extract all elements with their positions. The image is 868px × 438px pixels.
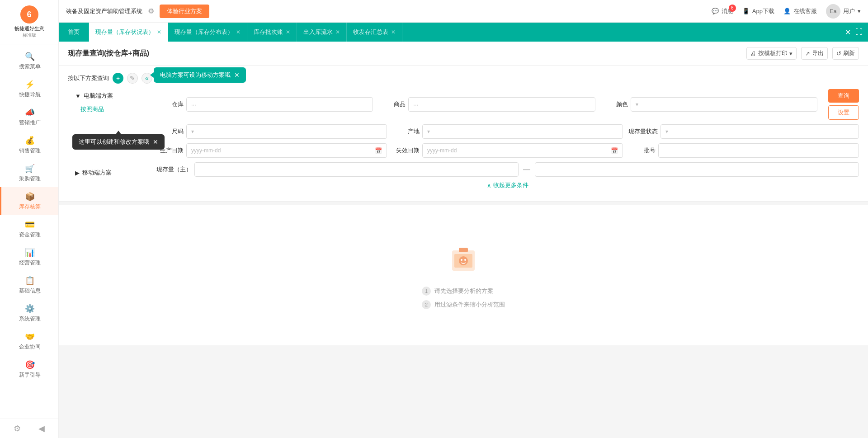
tab-expand-icon[interactable]: ⛶ (855, 28, 863, 36)
calendar-icon-1[interactable]: 📅 (375, 147, 382, 154)
tab-inventory-status[interactable]: 现存量（库存状况表） ✕ (89, 23, 168, 42)
marketing-icon: 📣 (25, 108, 35, 118)
sidebar-item-system[interactable]: ⚙️ 系统管理 (0, 299, 58, 327)
edit-tooltip-close[interactable]: ✕ (153, 138, 158, 146)
chevron-up-icon: ∧ (487, 182, 491, 189)
batch-no-label: 批号 (628, 146, 656, 155)
quick-nav-icon: ⚡ (25, 80, 35, 89)
filter-area: 按以下方案查询 + ✎ « 电脑方案可设为移动方案哦 ✕ ▼ 电脑端方案 (59, 66, 868, 202)
edit-scheme-button[interactable]: ✎ (127, 73, 138, 84)
scheme-mobile-header[interactable]: ▶ 移动端方案 (68, 166, 143, 179)
message-group[interactable]: 💬 消息 6 (712, 7, 733, 15)
sidebar-item-enterprise[interactable]: 🤝 企业协同 (0, 327, 58, 355)
sidebar-item-guide[interactable]: 🎯 新手引导 (0, 355, 58, 383)
tab-collect-summary[interactable]: 收发存汇总表 ✕ (347, 23, 402, 42)
tab-inout-flow[interactable]: 出入库流水 ✕ (297, 23, 347, 42)
step-1-num: 1 (422, 287, 431, 296)
tabs-right-controls: ✕ ⛶ (840, 23, 868, 42)
color-input[interactable]: ▾ (631, 97, 817, 112)
sidebar-item-finance[interactable]: 💳 资金管理 (0, 215, 58, 243)
sidebar-item-quick-nav[interactable]: ⚡ 快捷导航 (0, 75, 58, 103)
export-label: 导出 (812, 49, 824, 57)
expiry-date-input[interactable]: yyyy-mm-dd 📅 (422, 143, 623, 158)
scheme-mobile-section: ▶ 移动端方案 (68, 166, 143, 179)
tab-inventory-status-close[interactable]: ✕ (157, 29, 161, 35)
stock-main-input-to[interactable] (535, 162, 859, 177)
filter-label: 按以下方案查询 (68, 74, 109, 82)
app-download-group[interactable]: 📱 App下载 (742, 7, 774, 15)
query-button[interactable]: 查询 (828, 89, 859, 103)
print-button[interactable]: 🖨 按模板打印 ▾ (746, 47, 797, 60)
tab-inventory-batch-close[interactable]: ✕ (286, 29, 290, 35)
stock-main-to-field[interactable] (535, 163, 859, 176)
gear-icon[interactable]: ⚙ (148, 7, 154, 15)
print-icon: 🖨 (750, 50, 756, 57)
sidebar-collapse-btn[interactable]: ◀ (38, 424, 45, 433)
tab-inventory-dist-close[interactable]: ✕ (236, 29, 241, 35)
warehouse-dots: ··· (191, 101, 196, 108)
batch-no-text-field[interactable] (659, 144, 859, 157)
filter-fields: 仓库 ··· 商品 ··· 颜色 (156, 89, 859, 194)
app-name: 畅捷通好生意 (14, 25, 44, 32)
sidebar-item-label: 快捷导航 (19, 91, 41, 99)
calendar-icon-2[interactable]: 📅 (611, 147, 618, 154)
sales-icon: 💰 (25, 136, 35, 146)
production-date-input[interactable]: yyyy-mm-dd 📅 (186, 143, 387, 158)
sidebar-item-inventory[interactable]: 📦 库存核算 (0, 187, 58, 215)
color-field: 颜色 ▾ (601, 97, 817, 112)
sidebar-item-purchase[interactable]: 🛒 采购管理 (0, 159, 58, 187)
sidebar-item-label: 经营管理 (19, 259, 41, 267)
operations-icon: 📊 (25, 248, 35, 258)
reset-button[interactable]: 设置 (828, 105, 859, 120)
sidebar-item-basic[interactable]: 📋 基础信息 (0, 271, 58, 299)
warehouse-input[interactable]: ··· (186, 97, 373, 112)
export-button[interactable]: ↗ 导出 (801, 47, 828, 60)
color-dropdown: ▾ (636, 101, 638, 108)
scheme-pc-label: 电脑端方案 (84, 92, 113, 100)
scheme-tooltip-close[interactable]: ✕ (234, 71, 240, 79)
batch-no-input[interactable] (658, 143, 859, 158)
user-label: 用户 (843, 7, 855, 15)
sidebar-item-search-menu[interactable]: 🔍 搜索菜单 (0, 47, 58, 75)
sidebar-item-operations[interactable]: 📊 经营管理 (0, 243, 58, 271)
filter-row-3: 生产日期 yyyy-mm-dd 📅 失效日期 yyyy-mm-dd 📅 (156, 143, 859, 158)
empty-step-1: 1 请先选择要分析的方案 (422, 287, 505, 296)
sidebar-item-label: 企业协同 (19, 343, 41, 351)
user-group[interactable]: Ea 用户 ▾ (826, 4, 861, 19)
sidebar-bottom: ⚙ ◀ (0, 419, 58, 438)
avatar: Ea (826, 4, 840, 19)
goods-input[interactable]: ··· (408, 97, 595, 112)
add-scheme-button[interactable]: + (113, 73, 123, 84)
experience-button[interactable]: 体验行业方案 (160, 5, 209, 18)
sidebar-item-label: 营销推广 (19, 119, 41, 127)
warehouse-field: 仓库 ··· (156, 97, 373, 112)
sidebar-settings-btn[interactable]: ⚙ (14, 424, 21, 433)
page-actions: 🖨 按模板打印 ▾ ↗ 导出 ↺ 刷新 (746, 47, 859, 60)
stock-status-input[interactable]: ▾ (660, 124, 859, 139)
user-dropdown-icon: ▾ (858, 8, 861, 14)
tab-collect-summary-close[interactable]: ✕ (391, 29, 396, 35)
filter-header: 按以下方案查询 + ✎ « 电脑方案可设为移动方案哦 ✕ (68, 73, 859, 84)
sidebar-item-marketing[interactable]: 📣 营销推广 (0, 103, 58, 131)
stock-main-input-from[interactable] (194, 162, 519, 177)
refresh-button[interactable]: ↺ 刷新 (832, 47, 859, 60)
tab-inventory-dist[interactable]: 现存量（库存分布表） ✕ (168, 23, 247, 42)
collapse-conditions-row[interactable]: ∧ 收起更多条件 (156, 177, 859, 194)
message-icon: 💬 (712, 8, 719, 14)
scheme-pc-header[interactable]: ▼ 电脑端方案 (68, 89, 143, 103)
origin-input[interactable]: ▾ (422, 124, 623, 139)
tab-inout-flow-close[interactable]: ✕ (335, 29, 340, 35)
goods-label: 商品 (378, 100, 406, 108)
tab-home[interactable]: 首页 (59, 23, 89, 42)
tab-close-all-icon[interactable]: ✕ (845, 28, 851, 37)
sidebar-item-sales[interactable]: 💰 销售管理 (0, 131, 58, 159)
goods-field: 商品 ··· (378, 97, 595, 112)
sidebar-item-label: 资金管理 (19, 231, 41, 239)
stock-main-from-field[interactable] (195, 163, 518, 176)
scheme-pc-item-goods[interactable]: 按照商品 (68, 103, 143, 116)
tab-inventory-batch[interactable]: 库存批次账 ✕ (247, 23, 297, 42)
online-service-group[interactable]: 👤 在线客服 (783, 7, 817, 15)
sidebar-item-label: 系统管理 (19, 315, 41, 323)
size-input[interactable]: ▾ (186, 124, 387, 139)
production-date-placeholder: yyyy-mm-dd (191, 147, 221, 154)
